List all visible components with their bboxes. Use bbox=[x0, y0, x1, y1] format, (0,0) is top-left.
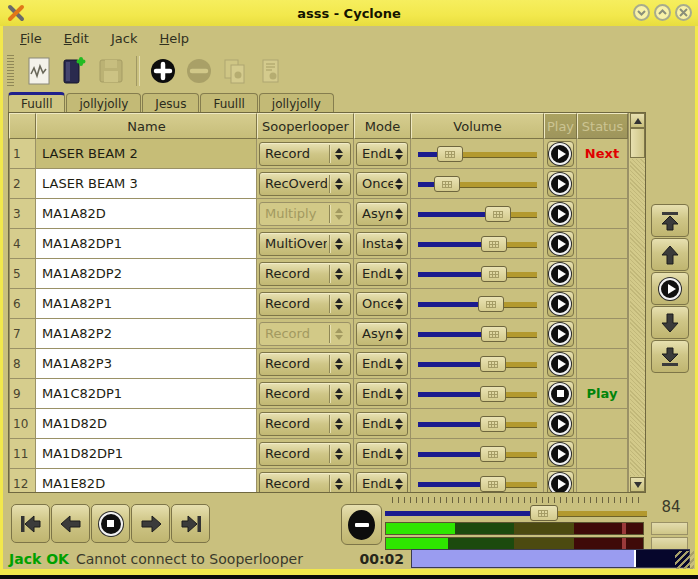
volume-slider[interactable] bbox=[418, 326, 537, 342]
row-play-button[interactable] bbox=[547, 261, 574, 287]
volume-handle[interactable] bbox=[485, 206, 511, 222]
step-back-button[interactable] bbox=[51, 504, 90, 543]
save-icon[interactable] bbox=[94, 54, 128, 88]
table-row[interactable]: 6 MA1A82P1 Record Once bbox=[9, 289, 628, 319]
volume-slider[interactable] bbox=[418, 416, 537, 432]
move-to-bottom-button[interactable] bbox=[651, 340, 689, 373]
tab-jesus-2[interactable]: Jesus bbox=[142, 93, 199, 113]
table-row[interactable]: 9 MA1C82DP1 Record EndL Play bbox=[9, 379, 628, 409]
row-play-button[interactable] bbox=[547, 231, 574, 257]
menu-help[interactable]: Help bbox=[150, 29, 198, 48]
play-button-side[interactable] bbox=[651, 272, 689, 305]
header-mode[interactable]: Mode bbox=[354, 113, 411, 139]
sooperlooper-select[interactable]: Record bbox=[259, 322, 351, 346]
row-play-button[interactable] bbox=[547, 141, 574, 167]
circle-minus-icon[interactable] bbox=[182, 54, 216, 88]
row-name[interactable]: MA1A82DP2 bbox=[36, 259, 257, 289]
skip-to-end-button[interactable] bbox=[171, 504, 210, 543]
row-name[interactable]: MA1A82DP1 bbox=[36, 229, 257, 259]
row-name[interactable]: MA1E82D bbox=[36, 469, 257, 492]
menu-edit[interactable]: Edit bbox=[55, 29, 98, 48]
volume-slider[interactable] bbox=[418, 386, 537, 402]
move-to-top-button[interactable] bbox=[651, 204, 689, 237]
header-sooperlooper[interactable]: Sooperlooper bbox=[257, 113, 354, 139]
sooperlooper-select[interactable]: Record bbox=[259, 472, 351, 493]
titlebar[interactable]: asss - Cyclone bbox=[0, 0, 698, 26]
volume-handle[interactable] bbox=[434, 176, 460, 192]
tab-fuulll-3[interactable]: Fuulll bbox=[200, 93, 257, 113]
table-row[interactable]: 8 MA1A82P3 Record EndL bbox=[9, 349, 628, 379]
copy-icon[interactable] bbox=[218, 54, 252, 88]
table-row[interactable]: 1 LASER BEAM 2 Record EndL Next bbox=[9, 139, 628, 169]
mode-select[interactable]: EndL bbox=[356, 352, 408, 376]
table-row[interactable]: 4 MA1A82DP1 MultiOverdub Insta bbox=[9, 229, 628, 259]
row-play-button[interactable] bbox=[547, 291, 574, 317]
volume-handle[interactable] bbox=[480, 386, 506, 402]
volume-handle[interactable] bbox=[481, 326, 507, 342]
maximize-button[interactable] bbox=[654, 4, 671, 21]
mode-select[interactable]: Once bbox=[356, 292, 408, 316]
circle-plus-icon[interactable] bbox=[146, 54, 180, 88]
header-name[interactable]: Name bbox=[36, 113, 257, 139]
scrollbar-thumb[interactable] bbox=[630, 128, 645, 158]
volume-handle[interactable] bbox=[480, 356, 506, 372]
sooperlooper-select[interactable]: Record bbox=[259, 142, 351, 166]
volume-handle[interactable] bbox=[480, 476, 506, 492]
row-name[interactable]: MA1D82D bbox=[36, 409, 257, 439]
slider-handle[interactable] bbox=[530, 505, 558, 521]
volume-handle[interactable] bbox=[481, 236, 507, 252]
move-up-button[interactable] bbox=[651, 238, 689, 271]
header-volume[interactable]: Volume bbox=[411, 113, 544, 139]
header-status[interactable]: Status bbox=[577, 113, 628, 139]
mode-select[interactable]: EndL bbox=[356, 442, 408, 466]
tab-jollyjolly-4[interactable]: jollyjolly bbox=[259, 93, 334, 113]
toolbar-drag-handle[interactable] bbox=[7, 55, 14, 87]
sooperlooper-select[interactable]: Record bbox=[259, 292, 351, 316]
tab-jollyjolly-1[interactable]: jollyjolly bbox=[66, 93, 141, 113]
volume-handle[interactable] bbox=[437, 146, 463, 162]
volume-slider[interactable] bbox=[418, 206, 537, 222]
volume-slider[interactable] bbox=[418, 356, 537, 372]
table-row[interactable]: 3 MA1A82D Multiply Asyn bbox=[9, 199, 628, 229]
row-name[interactable]: LASER BEAM 2 bbox=[36, 139, 257, 169]
add-looper-icon[interactable] bbox=[58, 54, 92, 88]
row-play-button[interactable] bbox=[547, 411, 574, 437]
volume-handle[interactable] bbox=[481, 266, 507, 282]
scrollbar-trough[interactable] bbox=[630, 159, 645, 476]
volume-slider[interactable] bbox=[418, 476, 537, 492]
table-vertical-scrollbar[interactable] bbox=[628, 113, 645, 492]
table-row[interactable]: 10 MA1D82D Record EndL bbox=[9, 409, 628, 439]
remove-button[interactable] bbox=[341, 504, 382, 545]
table-row[interactable]: 11 MA1D82DP1 Record EndL bbox=[9, 439, 628, 469]
volume-handle[interactable] bbox=[480, 446, 506, 462]
volume-slider[interactable] bbox=[418, 446, 537, 462]
mode-select[interactable]: EndL bbox=[356, 262, 408, 286]
row-name[interactable]: MA1C82DP1 bbox=[36, 379, 257, 409]
mode-select[interactable]: EndL bbox=[356, 412, 408, 436]
menu-jack[interactable]: Jack bbox=[102, 29, 147, 48]
row-name[interactable]: MA1A82P2 bbox=[36, 319, 257, 349]
mode-select[interactable]: Asyn bbox=[356, 322, 408, 346]
row-play-button[interactable] bbox=[547, 171, 574, 197]
row-name[interactable]: MA1A82P1 bbox=[36, 289, 257, 319]
move-down-button[interactable] bbox=[651, 306, 689, 339]
table-row[interactable]: 7 MA1A82P2 Record Asyn bbox=[9, 319, 628, 349]
row-name[interactable]: MA1D82DP1 bbox=[36, 439, 257, 469]
paste-icon[interactable] bbox=[254, 54, 288, 88]
sooperlooper-select[interactable]: Multiply bbox=[259, 202, 351, 226]
resize-grip[interactable] bbox=[675, 551, 694, 569]
meter-button-top[interactable] bbox=[651, 522, 688, 535]
mode-select[interactable]: Once bbox=[356, 172, 408, 196]
mode-select[interactable]: EndL bbox=[356, 382, 408, 406]
minimize-button[interactable] bbox=[633, 4, 650, 21]
row-name[interactable]: LASER BEAM 3 bbox=[36, 169, 257, 199]
volume-slider[interactable] bbox=[418, 266, 537, 282]
volume-slider[interactable] bbox=[418, 176, 537, 192]
close-button[interactable] bbox=[675, 4, 692, 21]
sooperlooper-select[interactable]: MultiOverdub bbox=[259, 232, 351, 256]
mode-select[interactable]: Asyn bbox=[356, 202, 408, 226]
row-play-button[interactable] bbox=[547, 471, 574, 493]
volume-slider[interactable] bbox=[418, 146, 537, 162]
row-name[interactable]: MA1A82D bbox=[36, 199, 257, 229]
volume-slider[interactable] bbox=[418, 296, 537, 312]
